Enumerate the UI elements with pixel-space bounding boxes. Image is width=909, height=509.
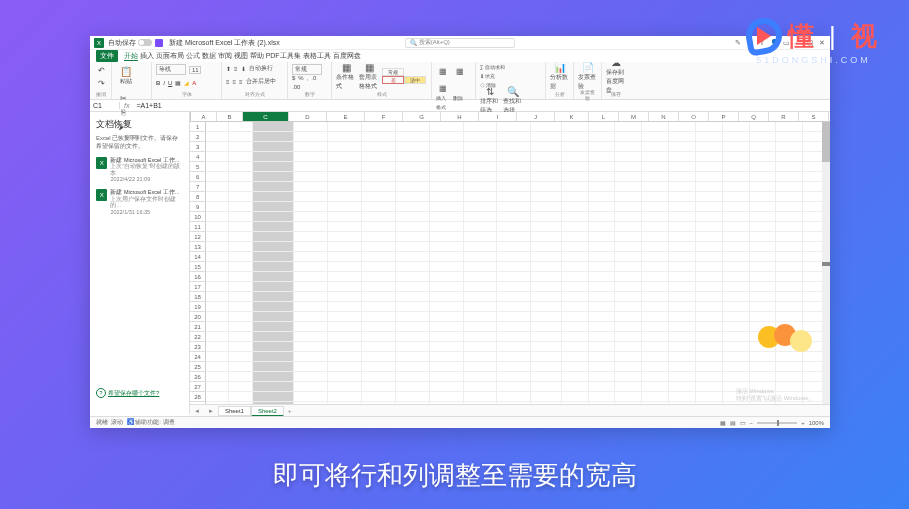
cell[interactable] (253, 252, 294, 262)
cell[interactable] (531, 302, 561, 312)
sort-filter-button[interactable]: ⇅排序和筛选 (480, 88, 500, 112)
cell[interactable] (589, 352, 616, 362)
cell[interactable] (294, 272, 328, 282)
cell[interactable] (396, 342, 430, 352)
cell[interactable] (206, 382, 229, 392)
cell[interactable] (206, 302, 229, 312)
cell[interactable] (229, 312, 252, 322)
cell[interactable] (776, 252, 803, 262)
row-header[interactable]: 20 (190, 312, 206, 322)
cell[interactable] (723, 152, 750, 162)
cell[interactable] (206, 192, 229, 202)
cell[interactable] (362, 142, 396, 152)
cell[interactable] (294, 392, 328, 402)
cell[interactable] (253, 242, 294, 252)
delete-cells-button[interactable]: ▦ (453, 64, 467, 78)
row-header[interactable]: 24 (190, 352, 206, 362)
align-bottom-icon[interactable]: ⬇ (241, 65, 246, 72)
cell[interactable] (206, 372, 229, 382)
cell[interactable] (615, 332, 642, 342)
cell[interactable] (396, 182, 430, 192)
cell[interactable] (430, 282, 464, 292)
cell[interactable] (615, 152, 642, 162)
cell[interactable] (497, 252, 531, 262)
cell[interactable] (430, 262, 464, 272)
cell[interactable] (723, 172, 750, 182)
cell[interactable] (723, 352, 750, 362)
cell[interactable] (362, 152, 396, 162)
cell[interactable] (750, 172, 777, 182)
invoice-check-button[interactable]: 📄发票查验 (578, 64, 598, 88)
cell[interactable] (362, 312, 396, 322)
cell[interactable] (253, 202, 294, 212)
cell[interactable] (642, 122, 669, 132)
cell[interactable] (229, 172, 252, 182)
cell[interactable] (328, 262, 362, 272)
save-icon[interactable] (155, 39, 163, 47)
cell[interactable] (696, 362, 723, 372)
row-header[interactable]: 11 (190, 222, 206, 232)
cell[interactable] (464, 192, 498, 202)
cell[interactable] (615, 252, 642, 262)
cell[interactable] (464, 392, 498, 402)
sheet-tab-Sheet2[interactable]: Sheet2 (251, 406, 284, 417)
cell[interactable] (362, 232, 396, 242)
cell[interactable] (776, 122, 803, 132)
cell[interactable] (253, 392, 294, 402)
cell[interactable] (723, 202, 750, 212)
cell[interactable] (464, 232, 498, 242)
cell[interactable] (206, 252, 229, 262)
cell[interactable] (430, 172, 464, 182)
cell[interactable] (396, 132, 430, 142)
cell[interactable] (750, 192, 777, 202)
cell[interactable] (750, 222, 777, 232)
cell[interactable] (531, 332, 561, 342)
cell[interactable] (328, 132, 362, 142)
cell[interactable] (562, 342, 589, 352)
percent-icon[interactable]: % (298, 75, 303, 81)
cell[interactable] (497, 372, 531, 382)
cell[interactable] (362, 372, 396, 382)
cell[interactable] (497, 212, 531, 222)
cell[interactable] (464, 342, 498, 352)
cell[interactable] (362, 202, 396, 212)
cell[interactable] (430, 132, 464, 142)
cell[interactable] (464, 312, 498, 322)
wrap-text-button[interactable]: 自动换行 (249, 64, 273, 73)
cell[interactable] (430, 192, 464, 202)
cell[interactable] (497, 242, 531, 252)
tab-表格工具[interactable]: 表格工具 (303, 52, 331, 59)
cell[interactable] (294, 262, 328, 272)
cell[interactable] (696, 172, 723, 182)
cell[interactable] (497, 262, 531, 272)
cell[interactable] (430, 302, 464, 312)
cell[interactable] (328, 242, 362, 252)
cell[interactable] (615, 242, 642, 252)
cell[interactable] (497, 192, 531, 202)
cell[interactable] (669, 192, 696, 202)
cell[interactable] (669, 202, 696, 212)
tab-file[interactable]: 文件 (96, 50, 118, 62)
cell[interactable] (396, 242, 430, 252)
cell[interactable] (253, 322, 294, 332)
cell[interactable] (464, 292, 498, 302)
cell[interactable] (669, 372, 696, 382)
cell[interactable] (589, 242, 616, 252)
currency-icon[interactable]: $ (292, 75, 295, 81)
column-header-C[interactable]: C (243, 112, 289, 121)
cell[interactable] (642, 262, 669, 272)
cell[interactable] (776, 172, 803, 182)
cell[interactable] (750, 272, 777, 282)
border-icon[interactable]: ▦ (175, 79, 181, 86)
cell[interactable] (328, 252, 362, 262)
tab-审阅[interactable]: 审阅 (218, 52, 232, 59)
undo-icon[interactable]: ↶ (94, 64, 108, 77)
cell[interactable] (430, 122, 464, 132)
cell[interactable] (531, 252, 561, 262)
cell[interactable] (589, 212, 616, 222)
column-header-B[interactable]: B (217, 112, 243, 121)
search-input[interactable]: 🔍 搜索(Alt+Q) (405, 38, 515, 48)
cell[interactable] (497, 312, 531, 322)
align-left-icon[interactable]: ≡ (226, 79, 230, 85)
cell[interactable] (362, 272, 396, 282)
